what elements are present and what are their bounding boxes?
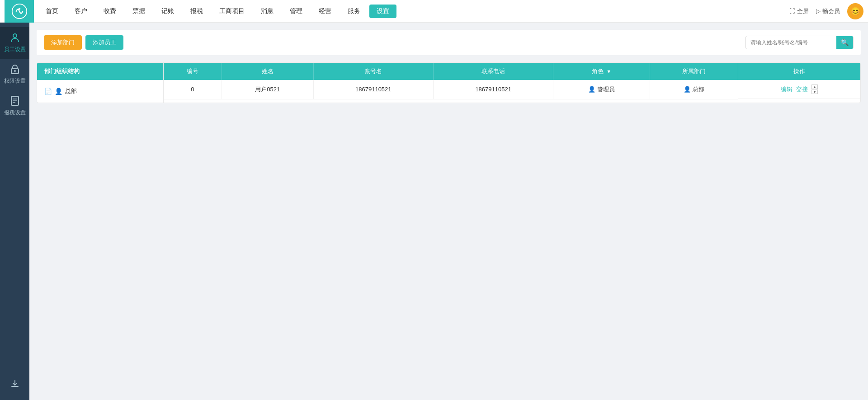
sidebar-label-taxsettings: 报税设置 xyxy=(4,109,26,117)
tree-item-root[interactable]: 📄 👤 总部 xyxy=(44,85,156,98)
main-layout: 员工设置 权限设置 报税设置 xyxy=(0,23,868,400)
add-staff-button[interactable]: 添加员工 xyxy=(85,35,123,50)
sidebar-item-employee[interactable]: 员工设置 xyxy=(0,27,29,59)
edit-link[interactable]: 编辑 xyxy=(781,85,793,94)
two-col-layout: 部门组织结构 📄 👤 总部 编号 姓名 账号名 xyxy=(37,62,861,103)
nav-manage[interactable]: 管理 xyxy=(283,5,310,18)
member-button[interactable]: ▷ 畅会员 xyxy=(816,7,840,15)
table-row: 0用户05211867911052118679110521👤管理员👤总部编辑交接… xyxy=(164,80,860,99)
search-input[interactable] xyxy=(746,37,836,48)
nav-home[interactable]: 首页 xyxy=(38,5,66,18)
avatar[interactable]: 😊 xyxy=(847,3,863,19)
sidebar-download-button[interactable] xyxy=(0,374,29,395)
transfer-link[interactable]: 交接 xyxy=(796,85,808,94)
dept-user-icon: 👤 xyxy=(684,86,691,93)
search-box: 🔍 xyxy=(745,36,854,49)
content-area: 添加部门 添加员工 🔍 部门组织结构 📄 👤 总部 xyxy=(29,23,868,400)
folder-icon: 📄 xyxy=(44,88,52,95)
sidebar: 员工设置 权限设置 报税设置 xyxy=(0,23,29,400)
nav-customer[interactable]: 客户 xyxy=(67,5,94,18)
sidebar-label-employee: 员工设置 xyxy=(4,46,26,53)
tree-body: 📄 👤 总部 xyxy=(37,80,163,103)
nav-account[interactable]: 记账 xyxy=(154,5,181,18)
scroll-up[interactable]: ▲ xyxy=(811,85,818,89)
nav-service[interactable]: 服务 xyxy=(340,5,368,18)
employee-icon xyxy=(10,33,20,44)
fullscreen-label: 全屏 xyxy=(797,7,809,15)
table-panel: 编号 姓名 账号名 联系电话 角色 ▼ 所属部门 操作 xyxy=(164,63,860,103)
tax-icon xyxy=(10,96,19,107)
svg-point-2 xyxy=(13,34,17,38)
nav-settings[interactable]: 设置 xyxy=(369,5,396,18)
cell-id: 0 xyxy=(164,80,222,99)
col-phone: 联系电话 xyxy=(433,63,553,80)
role-user-icon: 👤 xyxy=(588,86,595,93)
col-role[interactable]: 角色 ▼ xyxy=(553,63,650,80)
tree-user-icon: 👤 xyxy=(55,88,62,95)
tree-item-label: 总部 xyxy=(65,87,77,95)
nav-tax[interactable]: 报税 xyxy=(183,5,210,18)
member-label: 畅会员 xyxy=(822,7,840,15)
filter-icon: ▼ xyxy=(606,69,611,74)
sidebar-label-permission: 权限设置 xyxy=(4,77,26,85)
col-role-label: 角色 xyxy=(592,68,604,75)
nav-right: ⛶ 全屏 ▷ 畅会员 😊 xyxy=(789,3,863,19)
table-header-row: 编号 姓名 账号名 联系电话 角色 ▼ 所属部门 操作 xyxy=(164,63,860,80)
tree-header: 部门组织结构 xyxy=(37,63,163,80)
table-body: 0用户05211867911052118679110521👤管理员👤总部编辑交接… xyxy=(164,80,860,99)
cell-dept: 👤总部 xyxy=(650,80,738,99)
download-icon xyxy=(10,380,19,390)
col-dept: 所属部门 xyxy=(650,63,738,80)
toolbar: 添加部门 添加员工 🔍 xyxy=(37,30,861,55)
nav-fee[interactable]: 收费 xyxy=(96,5,123,18)
search-icon: 🔍 xyxy=(841,39,849,46)
nav-business[interactable]: 工商项目 xyxy=(212,5,252,18)
col-ops: 操作 xyxy=(738,63,860,80)
nav-message[interactable]: 消息 xyxy=(254,5,281,18)
avatar-icon: 😊 xyxy=(850,6,860,16)
sidebar-item-permission[interactable]: 权限设置 xyxy=(0,59,29,90)
col-account: 账号名 xyxy=(313,63,433,80)
scroll-arrows[interactable]: ▲▼ xyxy=(811,85,818,94)
sidebar-item-taxsettings[interactable]: 报税设置 xyxy=(0,90,29,122)
nav-bill[interactable]: 票据 xyxy=(125,5,152,18)
nav-items: 首页 客户 收费 票据 记账 报税 工商项目 消息 管理 经营 服务 设置 xyxy=(38,5,789,18)
lock-icon xyxy=(10,64,19,75)
employee-table: 编号 姓名 账号名 联系电话 角色 ▼ 所属部门 操作 xyxy=(164,63,860,99)
col-id: 编号 xyxy=(164,63,222,80)
svg-point-1 xyxy=(18,8,20,10)
cell-phone: 18679110521 xyxy=(433,80,553,99)
cell-account: 18679110521 xyxy=(313,80,433,99)
col-name: 姓名 xyxy=(222,63,313,80)
top-nav: 首页 客户 收费 票据 记账 报税 工商项目 消息 管理 经营 服务 设置 ⛶ … xyxy=(0,0,868,23)
scroll-down[interactable]: ▼ xyxy=(811,89,818,94)
member-icon: ▷ xyxy=(816,8,821,14)
cell-ops: 编辑交接▲▼ xyxy=(738,80,860,99)
fullscreen-button[interactable]: ⛶ 全屏 xyxy=(789,7,809,15)
fullscreen-icon: ⛶ xyxy=(789,8,795,14)
logo xyxy=(5,0,34,23)
sidebar-bottom xyxy=(0,374,29,400)
svg-point-4 xyxy=(14,70,16,72)
add-dept-button[interactable]: 添加部门 xyxy=(44,35,82,50)
nav-operation[interactable]: 经营 xyxy=(311,5,339,18)
cell-name: 用户0521 xyxy=(222,80,313,99)
cell-role: 👤管理员 xyxy=(553,80,650,99)
search-button[interactable]: 🔍 xyxy=(836,36,853,49)
tree-panel: 部门组织结构 📄 👤 总部 xyxy=(37,63,164,103)
